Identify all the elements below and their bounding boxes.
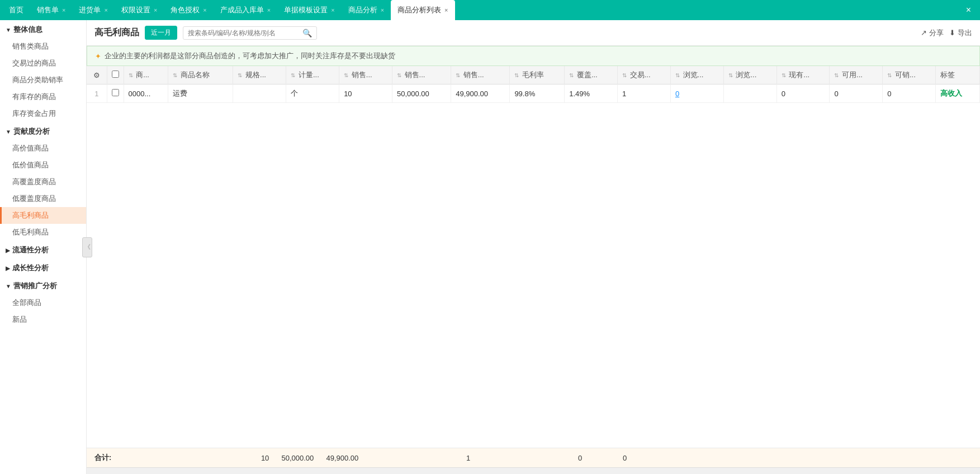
- col-views2[interactable]: ⇅ 浏览...: [723, 66, 777, 85]
- sort-icon: ⇅: [675, 72, 680, 78]
- sidebar-item-stock-capital[interactable]: 库存资金占用: [0, 105, 86, 122]
- nav-tab-sales[interactable]: 销售单 ×: [30, 0, 72, 20]
- sort-icon: ⇅: [173, 72, 177, 78]
- data-table: ⚙ ⇅ 商... ⇅ 商品名称: [87, 66, 980, 103]
- sort-icon: ⇅: [456, 72, 460, 78]
- close-icon[interactable]: ×: [381, 7, 384, 13]
- row-name: 运费: [168, 85, 233, 103]
- col-sales-qty[interactable]: ⇅ 销售...: [339, 66, 392, 85]
- footer-current-stock: 0: [542, 454, 586, 462]
- row-coverage: 1.49%: [565, 85, 618, 103]
- close-icon[interactable]: ×: [62, 7, 65, 13]
- col-tag[interactable]: 标签: [936, 66, 980, 85]
- row-number: 1: [87, 85, 107, 103]
- chevron-right-icon: ▶: [6, 247, 10, 254]
- close-icon[interactable]: ×: [154, 7, 157, 13]
- col-sales-amount[interactable]: ⇅ 销售...: [392, 66, 451, 85]
- col-unit[interactable]: ⇅ 计量...: [286, 66, 339, 85]
- footer-transactions: 1: [430, 454, 475, 462]
- sidebar-group-contribution[interactable]: ▼ 贡献度分析: [0, 122, 86, 140]
- sidebar-item-in-stock[interactable]: 有库存的商品: [0, 88, 86, 105]
- sidebar-item-sales-products[interactable]: 销售类商品: [0, 38, 86, 55]
- sidebar-item-category-rate[interactable]: 商品分类助销率: [0, 72, 86, 88]
- sidebar-item-traded-products[interactable]: 交易过的商品: [0, 55, 86, 72]
- col-name[interactable]: ⇅ 商品名称: [168, 66, 233, 85]
- close-icon[interactable]: ×: [203, 7, 206, 13]
- select-all-checkbox[interactable]: [112, 71, 119, 78]
- col-spec[interactable]: ⇅ 规格...: [233, 66, 286, 85]
- row-transactions: 1: [618, 85, 671, 103]
- nav-tab-permissions[interactable]: 权限设置 ×: [115, 0, 164, 20]
- sidebar-item-low-coverage[interactable]: 低覆盖度商品: [0, 190, 86, 207]
- sort-icon: ⇅: [782, 72, 786, 78]
- content-header: 高毛利商品 近一月 🔍 ↗ 分享 ⬇ 导出: [87, 20, 980, 46]
- sidebar-item-high-value[interactable]: 高价值商品: [0, 140, 86, 157]
- row-spec: [233, 85, 286, 103]
- top-nav: 首页 销售单 × 进货单 × 权限设置 × 角色授权 × 产成品入库单 × 单据…: [0, 0, 980, 20]
- footer-label: 合计:: [94, 453, 111, 463]
- sort-icon: ⇅: [622, 72, 627, 78]
- nav-tab-analysis[interactable]: 商品分析 ×: [342, 0, 391, 20]
- row-tag: 高收入: [936, 85, 980, 103]
- nav-tab-analysis-list[interactable]: 商品分析列表 ×: [391, 0, 455, 20]
- close-icon[interactable]: ×: [104, 7, 107, 13]
- sort-icon: ⇅: [344, 72, 348, 78]
- row-unit: 个: [286, 85, 339, 103]
- nav-tab-products-in[interactable]: 产成品入库单 ×: [214, 0, 277, 20]
- close-icon[interactable]: ×: [331, 7, 334, 13]
- sort-icon: ⇅: [291, 72, 295, 78]
- col-settings[interactable]: ⚙: [87, 66, 107, 85]
- sidebar-group-growth[interactable]: ▶ 成长性分析: [0, 259, 86, 276]
- horizontal-scrollbar[interactable]: [87, 467, 980, 474]
- nav-tab-roles[interactable]: 角色授权 ×: [164, 0, 213, 20]
- col-views1[interactable]: ⇅ 浏览...: [670, 66, 723, 85]
- nav-tab-template[interactable]: 单据模板设置 ×: [277, 0, 341, 20]
- settings-icon[interactable]: ⚙: [93, 71, 100, 79]
- col-available-stock[interactable]: ⇅ 可用...: [830, 66, 883, 85]
- sort-icon: ⇅: [514, 72, 519, 78]
- col-saleable-stock[interactable]: ⇅ 可销...: [883, 66, 936, 85]
- header-actions: ↗ 分享 ⬇ 导出: [921, 28, 972, 38]
- sort-icon: ⇅: [887, 72, 892, 78]
- sidebar-item-low-margin[interactable]: 低毛利商品: [0, 224, 86, 241]
- col-transactions[interactable]: ⇅ 交易...: [618, 66, 671, 85]
- filter-recent-month-button[interactable]: 近一月: [145, 26, 177, 40]
- col-current-stock[interactable]: ⇅ 现有...: [777, 66, 830, 85]
- row-available-stock: 0: [830, 85, 883, 103]
- table-row: 1 0000... 运费 个 10 50,000.00 49,900.00 99…: [87, 85, 980, 103]
- row-checkbox-cell[interactable]: [107, 85, 124, 103]
- col-gross-margin[interactable]: ⇅ 毛利率: [510, 66, 565, 85]
- sidebar-group-marketing[interactable]: ▼ 营销推广分析: [0, 276, 86, 294]
- col-code[interactable]: ⇅ 商...: [124, 66, 168, 85]
- col-coverage[interactable]: ⇅ 覆盖...: [565, 66, 618, 85]
- chevron-down-icon: ▼: [6, 283, 11, 289]
- window-close-button[interactable]: ×: [959, 5, 978, 15]
- close-icon[interactable]: ×: [267, 7, 271, 13]
- nav-tab-purchase[interactable]: 进货单 ×: [72, 0, 114, 20]
- sidebar-item-low-value[interactable]: 低价值商品: [0, 157, 86, 173]
- col-checkbox[interactable]: [107, 66, 124, 85]
- sidebar-group-liquidity[interactable]: ▶ 流通性分析: [0, 241, 86, 259]
- row-sales-profit: 49,900.00: [451, 85, 510, 103]
- sidebar-item-new-products[interactable]: 新品: [0, 311, 86, 328]
- share-button[interactable]: ↗ 分享: [921, 28, 944, 38]
- search-input[interactable]: [188, 29, 302, 37]
- tip-text: 企业的主要的利润都是这部分商品创造的，可考虑加大推广，同时关注库存是不要出现缺货: [105, 51, 395, 61]
- sidebar-group-overall[interactable]: ▼ 整体信息: [0, 20, 86, 38]
- row-checkbox[interactable]: [112, 89, 119, 96]
- chevron-down-icon: ▼: [6, 129, 11, 135]
- sidebar-item-high-coverage[interactable]: 高覆盖度商品: [0, 173, 86, 190]
- share-icon: ↗: [921, 29, 927, 37]
- nav-tab-home[interactable]: 首页: [2, 0, 30, 20]
- search-icon[interactable]: 🔍: [302, 29, 312, 37]
- row-views1[interactable]: 0: [670, 85, 723, 103]
- export-button[interactable]: ⬇ 导出: [949, 28, 972, 38]
- col-sales-profit[interactable]: ⇅ 销售...: [451, 66, 510, 85]
- close-icon[interactable]: ×: [444, 7, 448, 13]
- sidebar-collapse-button[interactable]: 《: [82, 237, 92, 257]
- sidebar-item-high-margin[interactable]: 高毛利商品: [0, 207, 86, 224]
- row-sales-qty: 10: [339, 85, 392, 103]
- sort-icon: ⇅: [834, 72, 839, 78]
- main-area: ▼ 整体信息 销售类商品 交易过的商品 商品分类助销率 有库存的商品 库存资金占…: [0, 20, 980, 474]
- sidebar-item-all-products[interactable]: 全部商品: [0, 294, 86, 311]
